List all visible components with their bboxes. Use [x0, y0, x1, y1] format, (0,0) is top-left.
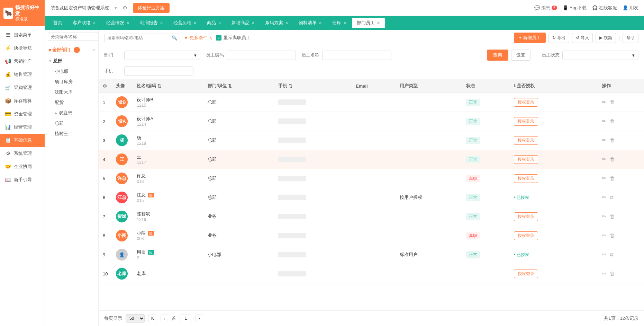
- tab-customer[interactable]: 客户联络✕: [68, 18, 101, 28]
- tab-products[interactable]: 商品✕: [202, 18, 226, 28]
- search-icon[interactable]: 🔍: [172, 35, 177, 41]
- auth-button[interactable]: 授权登录: [514, 212, 538, 221]
- show-resigned-check[interactable]: ✓ 显示离职员工: [216, 35, 251, 41]
- sidebar-item-inventory[interactable]: 📦 库存核算: [0, 94, 45, 107]
- tree-node-peihuo[interactable]: 配货: [45, 97, 98, 108]
- app-download-button[interactable]: 📱 App下载: [563, 5, 587, 11]
- auth-button[interactable]: 授权登录: [514, 270, 538, 278]
- edit-icon[interactable]: ✏: [602, 252, 606, 258]
- sidebar-item-quicknav[interactable]: ⚡ 快捷导航: [0, 42, 45, 55]
- sidebar-item-purchase[interactable]: 🛒 采购管理: [0, 81, 45, 94]
- tab-close-icon[interactable]: ✕: [160, 21, 163, 25]
- first-page-button[interactable]: K: [148, 315, 157, 322]
- import-button[interactable]: ↺ 导入: [572, 33, 593, 43]
- tab-warehouse[interactable]: 仓库✕: [327, 18, 351, 28]
- prev-page-button[interactable]: ‹: [161, 315, 168, 322]
- delete-icon[interactable]: 🗑: [610, 99, 615, 105]
- tree-node-zongbu[interactable]: 总部: [45, 118, 98, 129]
- page-number-input[interactable]: [180, 315, 192, 322]
- help-button[interactable]: 帮助: [623, 33, 638, 43]
- edit-icon[interactable]: ✏: [602, 156, 606, 162]
- tab-close-icon[interactable]: ✕: [93, 21, 96, 25]
- tree-node-zhishu[interactable]: 植树王二: [45, 129, 98, 139]
- edit-icon[interactable]: ✏: [602, 118, 606, 124]
- per-page-select[interactable]: 50 100 200: [126, 314, 145, 323]
- tab-history[interactable]: 经营历程✕: [169, 18, 201, 28]
- tree-node-zongbu-group[interactable]: ▼ 总部: [45, 56, 98, 66]
- sidebar-item-marketing[interactable]: 📢 营销推广: [0, 55, 45, 68]
- tree-node-shuangtingxiang[interactable]: ▶ 双庭想: [45, 108, 98, 118]
- edit-icon[interactable]: ✏: [602, 175, 606, 182]
- sidebar-item-collab[interactable]: 🤝 企业协同: [0, 160, 45, 173]
- emp-name-input[interactable]: [322, 51, 391, 60]
- tab-employees[interactable]: 部门员工✕: [352, 18, 385, 28]
- th-dept-position[interactable]: 部门/职位 ⇅: [203, 79, 274, 93]
- edit-icon[interactable]: ✏: [602, 194, 606, 201]
- delete-icon[interactable]: 🗑: [610, 118, 615, 124]
- tab-close-icon[interactable]: ✕: [193, 21, 197, 25]
- sidebar-item-basic-info[interactable]: 📋 基础信息: [0, 134, 45, 147]
- tree-header[interactable]: ■ 全部部门 + «: [45, 44, 98, 56]
- tree-collapse-icon[interactable]: «: [92, 47, 95, 52]
- tab-close-icon[interactable]: ✕: [285, 21, 288, 25]
- view-button[interactable]: ▶ 视频: [596, 33, 616, 43]
- search-button[interactable]: 查询: [487, 50, 508, 61]
- delete-icon[interactable]: 🗑: [610, 175, 615, 182]
- tab-close-icon[interactable]: ✕: [319, 21, 322, 25]
- auth-button[interactable]: 授权登录: [514, 136, 538, 145]
- th-name-code[interactable]: 姓名/编码 ⇅: [133, 79, 203, 93]
- tab-operations[interactable]: 经营情况✕: [101, 18, 134, 28]
- tab-barcode[interactable]: 条码方案✕: [260, 18, 293, 28]
- sidebar-item-finance[interactable]: 💳 资金管理: [0, 107, 45, 121]
- settings-gear-icon[interactable]: ⚙: [123, 5, 127, 11]
- trial-button[interactable]: 体验行业方案: [133, 3, 170, 13]
- sidebar-item-sales[interactable]: 💰 销售管理: [0, 68, 45, 81]
- auth-button[interactable]: 授权登录: [514, 174, 538, 183]
- dept-select[interactable]: ▾: [124, 51, 200, 60]
- delete-icon[interactable]: 🗑: [610, 232, 615, 239]
- tab-new-product[interactable]: 新增商品✕: [227, 18, 260, 28]
- tree-add-icon[interactable]: +: [74, 47, 80, 53]
- copy-icon[interactable]: ⧉: [610, 252, 614, 258]
- user-avatar[interactable]: 👤 用友: [623, 5, 638, 11]
- auth-button[interactable]: 授权登录: [514, 117, 538, 126]
- phone-input[interactable]: [124, 66, 193, 76]
- auth-button[interactable]: 授权登录: [514, 231, 538, 240]
- sidebar-item-operations[interactable]: 📊 经营管理: [0, 121, 45, 134]
- tree-node-project[interactable]: 项目库房: [45, 77, 98, 87]
- th-phone[interactable]: 手机 ⇅: [274, 79, 352, 93]
- emp-status-select[interactable]: ▾: [562, 51, 638, 60]
- export-button[interactable]: ↻ 导出: [548, 33, 569, 43]
- search-input[interactable]: [107, 35, 170, 40]
- delete-icon[interactable]: 🗑: [610, 156, 615, 162]
- edit-icon[interactable]: ✏: [602, 137, 606, 143]
- edit-icon[interactable]: ✏: [602, 232, 606, 239]
- tab-home[interactable]: 首页: [48, 18, 67, 28]
- auth-button[interactable]: 授权登录: [514, 98, 538, 107]
- tab-bom[interactable]: 物料清单✕: [294, 18, 327, 28]
- tree-node-xiaodianbu[interactable]: 小电部: [45, 66, 98, 77]
- tree-node-shenyang[interactable]: 沈阳大库: [45, 87, 98, 97]
- tab-close-icon[interactable]: ✕: [252, 21, 255, 25]
- tab-profit[interactable]: 利润报告✕: [135, 18, 168, 28]
- add-employee-button[interactable]: + 新增员工: [514, 33, 545, 43]
- tab-close-icon[interactable]: ✕: [126, 21, 129, 25]
- edit-icon[interactable]: ✏: [602, 271, 606, 277]
- auth-button[interactable]: 授权登录: [514, 155, 538, 164]
- tree-search-input[interactable]: [48, 33, 99, 41]
- tab-close-icon[interactable]: ✕: [218, 21, 221, 25]
- tab-close-icon[interactable]: ✕: [377, 21, 380, 25]
- tab-close-icon[interactable]: ✕: [343, 21, 346, 25]
- more-conditions-button[interactable]: ▼ 更多条件 ∧: [184, 35, 212, 41]
- next-page-button[interactable]: ›: [196, 315, 203, 322]
- emp-code-input[interactable]: [227, 51, 296, 60]
- reset-button[interactable]: 设置: [511, 50, 530, 61]
- copy-icon[interactable]: ⧉: [610, 194, 614, 201]
- online-service-button[interactable]: 🎧 在线客服: [592, 5, 617, 11]
- message-button[interactable]: 💬 消息 6: [534, 5, 557, 11]
- delete-icon[interactable]: 🗑: [610, 271, 615, 277]
- delete-icon[interactable]: 🗑: [610, 137, 615, 143]
- sidebar-item-search[interactable]: ☰ 搜索菜单: [0, 28, 45, 42]
- edit-icon[interactable]: ✏: [602, 213, 606, 220]
- edit-icon[interactable]: ✏: [602, 99, 606, 105]
